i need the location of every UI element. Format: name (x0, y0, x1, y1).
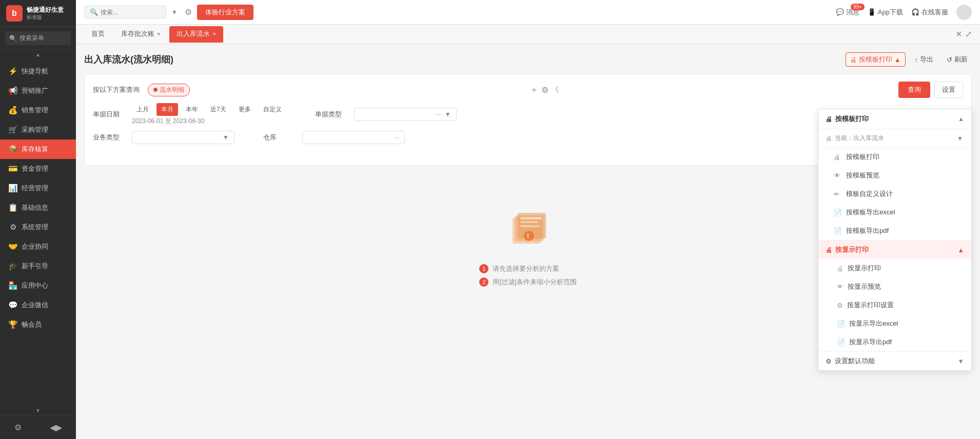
date-7days-btn[interactable]: 近7天 (206, 103, 231, 116)
sidebar-logo: b 畅捷通好生意 标准版 (0, 0, 76, 27)
doc-type-select[interactable]: ··· ▼ (354, 108, 457, 121)
tab-close-all-button[interactable]: ✕ (955, 29, 962, 39)
dropdown-collapse-icon[interactable]: ▲ (958, 115, 964, 123)
sidebar-item-sales[interactable]: 💰 销售管理 (0, 101, 76, 120)
template-print-item[interactable]: 🖨 按模板打印 (818, 148, 971, 166)
sidebar-item-collaboration[interactable]: 🤝 企业协同 (0, 237, 76, 256)
logo-text: 畅捷通好生意 标准版 (27, 6, 64, 21)
filter-add-button[interactable]: ＋ (530, 85, 538, 95)
date-this-month-btn[interactable]: 本月 (156, 103, 178, 116)
filter-collapse-button[interactable]: 《 (552, 85, 559, 94)
template-export-excel-item[interactable]: 📄 按模板导出excel (818, 203, 971, 222)
template-preview-item[interactable]: 👁 按模板预览 (818, 166, 971, 185)
display-export-excel-item[interactable]: 📄 按显示导出excel (818, 314, 971, 333)
sidebar-item-label: 资金管理 (22, 164, 48, 173)
tab-flow[interactable]: 出入库流水 × (169, 26, 223, 43)
sidebar-item-membership[interactable]: 🏆 畅会员 (0, 315, 76, 334)
app-download-button[interactable]: 📱 App下载 (868, 8, 903, 17)
doc-type-more-icon[interactable]: ··· (436, 111, 441, 118)
scroll-down-arrow[interactable]: ▼ (0, 406, 76, 415)
template-export-excel-label: 按模板导出excel (846, 208, 895, 217)
set-button[interactable]: 设置 (934, 82, 963, 98)
tab-expand-button[interactable]: ⤢ (965, 29, 972, 39)
date-more-btn[interactable]: 更多 (234, 103, 256, 116)
sidebar-item-wechat[interactable]: 💬 企业微信 (0, 295, 76, 315)
date-last-month-btn[interactable]: 上月 (132, 103, 153, 116)
topbar-settings-icon[interactable]: ⚙ (185, 7, 192, 17)
template-export-excel-icon: 📄 (834, 209, 842, 216)
display-section-label: 按显示打印 (835, 245, 869, 254)
trial-industry-button[interactable]: 体验行业方案 (197, 5, 253, 20)
sidebar-search-inner[interactable]: 🔍 搜索菜单 (5, 31, 71, 45)
topbar-search-input[interactable] (101, 9, 152, 16)
template-customize-label: 模板自定义设计 (846, 189, 893, 198)
display-export-pdf-label: 按显示导出pdf (849, 337, 892, 347)
user-avatar[interactable] (956, 5, 972, 20)
online-service-button[interactable]: 🎧 在线客服 (911, 8, 948, 17)
topbar-search-box[interactable]: 🔍 (84, 6, 166, 18)
export-icon: ↑ (915, 56, 918, 64)
filter-actions: ＋ ⚙ 《 (530, 85, 559, 95)
display-preview-item[interactable]: 👁 按显示预览 (818, 277, 971, 296)
sidebar-item-basics[interactable]: 📋 基础信息 (0, 198, 76, 217)
business-type-select[interactable]: ▼ (132, 131, 234, 144)
template-customize-item[interactable]: ✏ 模板自定义设计 (818, 185, 971, 203)
sidebar-item-app-center[interactable]: 🏪 应用中心 (0, 276, 76, 295)
sidebar-item-purchase[interactable]: 🛒 采购管理 (0, 120, 76, 139)
export-button[interactable]: ↑ 导出 (911, 53, 938, 66)
scroll-up-arrow[interactable]: ▲ (0, 50, 76, 59)
sidebar-item-system[interactable]: ⚙ 系统管理 (0, 217, 76, 237)
dropdown-footer[interactable]: ⚙ 设置默认功能 ▼ (818, 351, 971, 370)
tab-inventory-batch-close[interactable]: × (157, 31, 160, 37)
refresh-button[interactable]: ↺ 刷新 (943, 53, 972, 66)
page-content: 出入库流水(流水明细) 🖨 按模板打印 ▲ ↑ 导出 ↺ 刷新 (76, 44, 980, 439)
tab-home[interactable]: 首页 (84, 26, 112, 43)
settings-bottom-btn[interactable]: ⚙ (9, 420, 27, 435)
template-preview-icon: 👁 (834, 172, 842, 179)
sidebar-item-marketing[interactable]: 📢 营销推广 (0, 81, 76, 101)
default-settings-label: 设置默认功能 (835, 356, 875, 366)
display-print-settings-item[interactable]: ⚙ 按显示打印设置 (818, 296, 971, 314)
dropdown-current-section: 🖨 当前：出入库流水 ▼ (818, 129, 971, 147)
warehouse-more-icon[interactable]: ··· (394, 134, 399, 141)
sidebar-bottom: ⚙ ◀▶ (0, 415, 76, 439)
svg-rect-5 (520, 225, 540, 227)
tab-flow-close[interactable]: × (212, 31, 215, 37)
message-button[interactable]: 💬 消息 99+ (836, 8, 859, 17)
template-preview-label: 按模板预览 (846, 171, 879, 180)
sidebar-item-newbie[interactable]: 🎓 新手引导 (0, 256, 76, 276)
sidebar-item-finance[interactable]: 💳 资金管理 (0, 159, 76, 178)
sidebar-item-label: 新手引导 (22, 262, 48, 271)
app-download-icon: 📱 (868, 8, 876, 16)
date-custom-btn[interactable]: 自定义 (259, 103, 286, 116)
marketing-icon: 📢 (8, 86, 17, 95)
print-icon: 🖨 (850, 56, 857, 64)
warehouse-select[interactable]: ··· (302, 131, 405, 144)
display-print-item[interactable]: 🖨 按显示打印 (818, 259, 971, 277)
dropdown-header: 🖨 按模板打印 ▲ (818, 109, 971, 129)
sidebar-item-operations[interactable]: 📊 经营管理 (0, 178, 76, 198)
sub-filter-tag[interactable]: 流水明细 (148, 84, 190, 96)
sidebar-item-quick-nav[interactable]: ⚡ 快捷导航 (0, 62, 76, 81)
tab-inventory-batch[interactable]: 库存批次账 × (114, 26, 167, 43)
tab-inventory-batch-label: 库存批次账 (121, 29, 154, 38)
dropdown-current-item[interactable]: 🖨 当前：出入库流水 ▼ (818, 129, 971, 147)
collapse-sidebar-btn[interactable]: ◀▶ (45, 420, 67, 435)
sidebar-item-inventory[interactable]: 📦 库存核算 (0, 139, 76, 159)
newbie-icon: 🎓 (8, 262, 17, 271)
sidebar-search-container[interactable]: 🔍 搜索菜单 (0, 27, 76, 50)
query-button[interactable]: 查询 (898, 82, 930, 98)
sidebar-item-label: 库存核算 (22, 145, 48, 154)
template-print-button[interactable]: 🖨 按模板打印 ▲ (846, 52, 906, 67)
display-print-header[interactable]: 🖨 按显示打印 ▲ (818, 241, 971, 259)
template-export-pdf-item[interactable]: 📄 按模板导出pdf (818, 222, 971, 240)
date-this-year-btn[interactable]: 本年 (181, 103, 203, 116)
display-print-icon: 🖨 (826, 246, 832, 254)
display-print-section: 🖨 按显示打印 ▲ 🖨 按显示打印 👁 按显示预览 (818, 240, 971, 351)
tab-home-label: 首页 (91, 29, 105, 38)
date-filter: 上月 本月 本年 近7天 更多 自定义 (132, 103, 286, 116)
topbar-chevron-icon[interactable]: ▼ (171, 9, 178, 16)
display-export-pdf-item[interactable]: 📄 按显示导出pdf (818, 333, 971, 351)
filter-settings-button[interactable]: ⚙ (541, 85, 548, 95)
sidebar-menu: ⚡ 快捷导航 📢 营销推广 💰 销售管理 🛒 采购管理 📦 库存核算 💳 资金管… (0, 59, 76, 406)
